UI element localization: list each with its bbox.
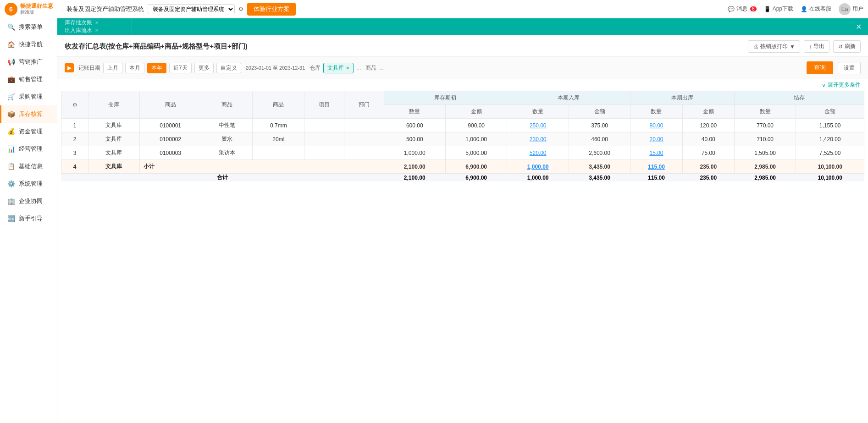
sidebar-item-finance[interactable]: 💰资金管理 — [0, 123, 57, 140]
cell-spec: 0.7mm — [253, 119, 304, 132]
query-button[interactable]: 查询 — [807, 61, 833, 74]
col-init-amt: 金额 — [445, 105, 507, 119]
subtotal-qty-end: 2,985.00 — [734, 160, 796, 174]
col-init-qty: 数量 — [384, 105, 445, 119]
cell-amt-out: 120.00 — [682, 119, 734, 132]
cell-qty-init: 600.00 — [384, 119, 445, 132]
sidebar-item-label: 经营管理 — [19, 145, 43, 153]
date-7days-btn[interactable]: 近7天 — [169, 63, 192, 73]
sidebar-item-label: 企业协同 — [19, 197, 43, 205]
app-logo-icon: 6 — [5, 3, 17, 16]
tab-close-icon[interactable]: ✕ — [95, 36, 99, 41]
sidebar-item-enterprise[interactable]: 🏢企业协同 — [0, 192, 57, 210]
cell-qty-end: 710.00 — [734, 132, 796, 146]
filter-expand-button[interactable]: ▶ — [65, 63, 74, 72]
sidebar-item-search[interactable]: 🔍搜索菜单 — [0, 18, 57, 36]
warehouse-tag-remove[interactable]: ✕ — [346, 66, 349, 71]
subtotal-qty-out[interactable]: 115.00 — [630, 160, 682, 174]
sidebar-item-guide[interactable]: 🆕新手引导 — [0, 210, 57, 227]
cell-qty-in[interactable]: 250.00 — [507, 119, 569, 132]
cell-code: 0100002 — [139, 132, 201, 146]
date-this-year-btn[interactable]: 本年 — [147, 63, 166, 73]
system-selector[interactable]: 装备及固定资产辅助管理系统 — [148, 4, 235, 14]
app-download-item[interactable]: 📱 App下载 — [764, 5, 793, 13]
cell-amt-end: 7,525.00 — [796, 146, 864, 160]
data-table: ⚙ 仓库 商品 商品 商品 项目 部门 库存期初 本期入库 本期出库 结存 — [61, 91, 864, 181]
gear-icon[interactable]: ⚙ — [238, 6, 243, 12]
tab-close-icon[interactable]: ✕ — [95, 20, 99, 25]
tab-close-icon[interactable]: ✕ — [95, 28, 99, 33]
subtotal-label: 小计 — [139, 160, 384, 174]
cell-dept — [344, 119, 384, 132]
subtotal-seq: 4 — [61, 160, 88, 174]
subtotal-amt-end: 10,100.00 — [796, 160, 864, 174]
sidebar-item-label: 基础信息 — [19, 162, 43, 170]
total-amt-init: 6,900.00 — [445, 174, 507, 182]
tab-batch[interactable]: 库存批次账✕ — [59, 19, 132, 27]
cell-amt-in: 375.00 — [569, 119, 630, 132]
sidebar-item-inventory[interactable]: 📦库存核算 — [0, 105, 57, 123]
export-button[interactable]: ↑ 导出 — [804, 40, 829, 53]
total-qty-out: 115.00 — [630, 174, 682, 182]
column-settings-icon[interactable]: ⚙ — [61, 91, 88, 119]
sidebar-item-operation[interactable]: 📊经营管理 — [0, 140, 57, 158]
goods-more-btn[interactable]: ... — [379, 65, 384, 71]
tab-close-icon[interactable]: ✕ — [100, 44, 104, 49]
sidebar-item-sales[interactable]: 💼销售管理 — [0, 71, 57, 88]
date-this-month-btn[interactable]: 本月 — [125, 63, 144, 73]
cell-amt-in: 2,600.00 — [569, 146, 630, 160]
cell-goods: 中性笔 — [201, 119, 253, 132]
col-out-qty: 数量 — [630, 105, 682, 119]
cell-qty-out[interactable]: 80.00 — [630, 119, 682, 132]
trial-button[interactable]: 体验行业方案 — [247, 3, 296, 16]
sidebar-item-quick-nav[interactable]: 🏠快捷导航 — [0, 36, 57, 53]
subtotal-qty-in[interactable]: 1,000.00 — [507, 160, 569, 174]
refresh-button[interactable]: ↺ 刷新 — [833, 40, 861, 53]
message-icon-item[interactable]: 💬 消息 6 — [728, 5, 757, 13]
cell-qty-in[interactable]: 230.00 — [507, 132, 569, 146]
warehouse-tag[interactable]: 文具库 ✕ — [323, 63, 354, 73]
sidebar-item-purchase[interactable]: 🛒采购管理 — [0, 88, 57, 105]
cell-goods: 胶水 — [201, 132, 253, 146]
sidebar-item-label: 采购管理 — [19, 93, 43, 101]
settings-button[interactable]: 设置 — [838, 62, 861, 74]
sidebar-item-marketing[interactable]: 📢营销推广 — [0, 53, 57, 71]
sidebar-item-system[interactable]: ⚙️系统管理 — [0, 175, 57, 192]
date-prev-month-btn[interactable]: 上月 — [103, 63, 122, 73]
col-group-balance: 结存 — [734, 91, 864, 105]
export-icon: ↑ — [809, 44, 812, 50]
cell-qty-out[interactable]: 20.00 — [630, 132, 682, 146]
cell-spec: 20ml — [253, 132, 304, 146]
date-custom-btn[interactable]: 自定义 — [216, 63, 241, 73]
cell-spec — [253, 146, 304, 160]
tab-bar-close[interactable]: ✕ — [851, 22, 866, 31]
cell-seq: 2 — [61, 132, 88, 146]
tab-label: 库存批次账 — [65, 19, 92, 27]
cell-warehouse: 文具库 — [88, 146, 140, 160]
cell-code: 0100001 — [139, 119, 201, 132]
cell-qty-in[interactable]: 520.00 — [507, 146, 569, 160]
chevron-down-icon: ▼ — [790, 44, 795, 50]
online-service-item[interactable]: 👤 在线客服 — [801, 5, 831, 13]
cell-project — [304, 119, 344, 132]
purchase-icon: 🛒 — [7, 93, 15, 100]
subtotal-qty-init: 2,100.00 — [384, 160, 445, 174]
sidebar-item-basic[interactable]: 📋基础信息 — [0, 158, 57, 175]
tab-flow[interactable]: 出入库流水✕ — [59, 27, 132, 34]
print-button[interactable]: 🖨 拣销版打印 ▼ — [748, 40, 800, 53]
sidebar-item-label: 搜索菜单 — [19, 23, 43, 31]
content-area: 首页现存量（库存分布表）✕库存批次账✕出入库流水✕出入库汇总✕收发存汇总表✕ ✕… — [57, 18, 868, 423]
cell-qty-out[interactable]: 15.00 — [630, 146, 682, 160]
system-title: 装备及固定资产辅助管理系统 — [66, 5, 144, 13]
col-group-out: 本期出库 — [630, 91, 735, 105]
warehouse-filter-label: 仓库 — [310, 64, 321, 72]
total-amt-in: 3,435.00 — [569, 174, 630, 182]
expand-conditions-btn[interactable]: ∨ 展开更多条件 — [822, 81, 861, 89]
date-more-btn[interactable]: 更多 — [194, 63, 214, 73]
online-service-label: 在线客服 — [809, 5, 831, 13]
user-label: 用户 — [852, 5, 863, 13]
warehouse-more-btn[interactable]: ... — [356, 65, 361, 71]
cell-amt-out: 75.00 — [682, 146, 734, 160]
user-item[interactable]: Ea 用户 — [839, 3, 863, 15]
total-label: 合计 — [61, 174, 384, 182]
